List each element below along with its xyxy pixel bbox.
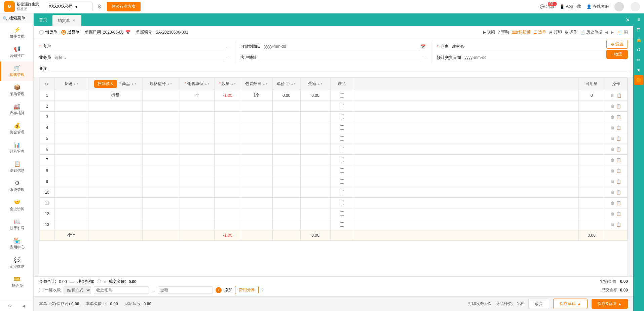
operation-btn[interactable]: ⚙ 操作	[565, 29, 577, 35]
video-btn[interactable]: ▶ 视频	[483, 29, 495, 35]
account-input[interactable]	[94, 286, 149, 294]
expense-help-icon[interactable]: ?	[261, 288, 264, 293]
history-btn[interactable]: 📄 历史单据	[580, 29, 602, 35]
gift-checkbox[interactable]	[340, 93, 344, 98]
sidebar-item-operations[interactable]: 📊 经营管理	[0, 138, 33, 157]
gift-checkbox[interactable]	[340, 104, 344, 108]
discard-button[interactable]: 放弃	[528, 299, 549, 309]
addr-more-icon[interactable]: ...	[422, 55, 426, 60]
avatar[interactable]	[614, 2, 624, 11]
sidebar-item-sales[interactable]: 🛒 销售管理	[0, 62, 33, 81]
sort-price-icon[interactable]: ▲▼	[291, 82, 296, 85]
warehouse-input[interactable]	[451, 43, 622, 50]
gift-checkbox[interactable]	[340, 147, 344, 151]
experience-button[interactable]: 体验行业方案	[107, 2, 141, 11]
delete-icon[interactable]: 🗑	[611, 211, 615, 216]
delete-icon[interactable]: 🗑	[611, 147, 615, 152]
settings-gear-button[interactable]: ⚙	[95, 2, 104, 11]
right-panel-btn-1[interactable]: ≡	[634, 15, 643, 24]
gift-checkbox[interactable]	[340, 222, 344, 227]
select-btn[interactable]: ☰ 选单	[533, 29, 546, 35]
sidebar-item-system[interactable]: ⚙ 系统管理	[0, 177, 33, 196]
sort-barcode-icon[interactable]: ▲▼	[73, 82, 79, 85]
calendar-icon[interactable]: 📅	[125, 30, 130, 35]
right-panel-btn-6[interactable]: ★	[634, 65, 643, 75]
radio-return-order[interactable]: 退货单	[61, 29, 79, 35]
row-gift[interactable]	[331, 90, 353, 101]
prev-icon[interactable]: ◀	[605, 30, 608, 35]
customer-input[interactable]	[53, 43, 224, 50]
copy-icon[interactable]: 📋	[616, 115, 621, 119]
customer-more-icon[interactable]: ...	[226, 44, 230, 49]
due-date-input[interactable]	[263, 43, 419, 50]
sidebar-item-marketing[interactable]: 📢 营销推广	[0, 42, 33, 62]
list-view-icon[interactable]: ≡	[618, 29, 621, 35]
row-spec[interactable]	[142, 90, 180, 101]
gift-checkbox[interactable]	[340, 179, 344, 184]
copy-icon[interactable]: 📋	[616, 190, 621, 195]
discount-info-icon[interactable]: ⓘ	[97, 279, 101, 284]
gift-checkbox[interactable]	[340, 201, 344, 205]
copy-icon[interactable]: 📋	[616, 136, 621, 141]
right-panel-btn-3[interactable]: 🔒	[634, 35, 643, 44]
copy-icon[interactable]: 📋	[616, 104, 621, 109]
gift-checkbox[interactable]	[340, 136, 344, 141]
delete-icon[interactable]: 🗑	[611, 158, 615, 162]
delete-icon[interactable]: 🗑	[611, 136, 615, 141]
price-info-icon[interactable]: ⓘ	[286, 82, 290, 86]
gift-checkbox[interactable]	[340, 125, 344, 130]
copy-icon[interactable]: 📋	[616, 222, 621, 227]
account-more-icon[interactable]: ...	[152, 288, 155, 293]
gift-checkbox[interactable]	[340, 168, 344, 173]
delete-icon[interactable]: 🗑	[611, 179, 615, 184]
app-download-button[interactable]: 📱 App下载	[560, 4, 581, 9]
sidebar-item-member[interactable]: 🎫 畅会员	[0, 272, 33, 291]
customer-addr-input[interactable]	[259, 54, 421, 61]
sort-qty-icon[interactable]: ▲▼	[231, 82, 236, 85]
delete-icon[interactable]: 🗑	[611, 201, 615, 205]
right-panel-btn-2[interactable]: ⊟	[634, 25, 643, 34]
sidebar-search[interactable]: 🔍 搜索菜单	[0, 13, 33, 23]
expense-split-button[interactable]: 费用分摊	[235, 286, 259, 294]
tab-home[interactable]: 首页	[34, 13, 52, 26]
gift-checkbox[interactable]	[340, 158, 344, 162]
right-panel-btn-5[interactable]: ✏	[634, 55, 643, 65]
barcode-input[interactable]	[58, 93, 86, 98]
shortcut-btn[interactable]: ⌨ 快捷键	[512, 29, 531, 35]
online-support-button[interactable]: 👤 在线客服	[586, 4, 609, 9]
copy-icon[interactable]: 📋	[616, 125, 621, 130]
delete-icon[interactable]: 🗑	[611, 125, 615, 130]
one-click-pay-checkbox[interactable]	[39, 288, 43, 292]
save-new-button[interactable]: 保存&新增 ▲	[592, 299, 628, 309]
sort-unit-icon[interactable]: ▲▼	[204, 82, 210, 85]
copy-icon[interactable]: 📋	[616, 211, 621, 216]
sidebar-item-guide[interactable]: 📖 新手引导	[0, 215, 33, 234]
grid-view-icon[interactable]: ⊞	[623, 29, 628, 35]
right-panel-btn-4[interactable]: ↺	[634, 45, 643, 54]
tab-sales-order[interactable]: 销货单 ✕	[52, 15, 81, 26]
salesperson-input[interactable]	[53, 54, 224, 61]
copy-icon[interactable]: 📋	[616, 179, 621, 184]
expected-date-input[interactable]	[463, 54, 621, 61]
sort-amount-icon[interactable]: ▲▼	[317, 82, 323, 85]
copy-icon[interactable]: 📋	[617, 93, 622, 98]
sort-product-icon[interactable]: ▲▼	[131, 82, 137, 85]
sort-pkgqty-icon[interactable]: ▲▼	[263, 82, 268, 85]
company-selector[interactable]: XXXXXX公司 ▼	[46, 2, 93, 11]
next-icon[interactable]: ▶	[611, 30, 614, 35]
copy-icon[interactable]: 📋	[616, 158, 621, 162]
th-settings[interactable]: ⚙	[40, 78, 55, 90]
sidebar-item-purchase[interactable]: 📦 采购管理	[0, 81, 33, 100]
notes-input[interactable]	[49, 65, 628, 72]
message-button[interactable]: 💬 消息 99+	[540, 4, 554, 9]
row-qty[interactable]: -1.00	[215, 90, 241, 101]
sidebar-collapse-icon[interactable]: ◀	[22, 304, 25, 308]
due-date-calendar-icon[interactable]: 📅	[421, 44, 426, 49]
gift-checkbox[interactable]	[340, 115, 344, 119]
sidebar-item-finance[interactable]: 💰 资金管理	[0, 119, 33, 138]
right-panel-btn-7[interactable]: 🟠	[634, 75, 643, 85]
delete-icon[interactable]: 🗑	[611, 222, 615, 227]
sidebar-item-enterprise[interactable]: 🤝 企业协同	[0, 196, 33, 215]
radio-sales-order[interactable]: 销货单	[39, 29, 57, 35]
sort-spec-icon[interactable]: ▲▼	[167, 82, 173, 85]
